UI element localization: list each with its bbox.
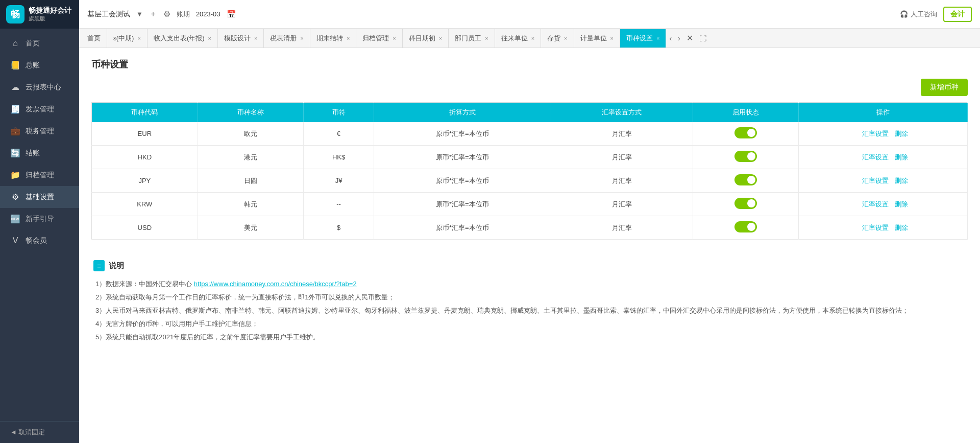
delete-link-4[interactable]: 删除 xyxy=(895,224,908,231)
col-header-calc: 折算方式 xyxy=(374,103,551,123)
cell-toggle-1 xyxy=(693,146,799,169)
tab-taxclear-close[interactable]: × xyxy=(300,35,303,41)
cell-actions-3: 汇率设置 删除 xyxy=(799,193,968,216)
sidebar-label-checkout: 结账 xyxy=(26,149,40,158)
tab-home[interactable]: 首页 xyxy=(81,29,107,48)
tab-template-close[interactable]: × xyxy=(254,35,257,41)
tab-inventory[interactable]: 存货 × xyxy=(541,29,574,48)
delete-link-0[interactable]: 删除 xyxy=(895,130,908,137)
enable-toggle-2[interactable] xyxy=(734,174,757,185)
note-link[interactable]: https://www.chinamoney.com.cn/chinese/bk… xyxy=(194,280,357,288)
tab-contacts-close[interactable]: × xyxy=(531,35,534,41)
rate-setting-link-1[interactable]: 汇率设置 xyxy=(862,153,889,161)
sidebar-item-invoice[interactable]: 🧾 发票管理 xyxy=(0,98,79,120)
tab-unit[interactable]: 计量单位 × xyxy=(574,29,620,48)
cell-symbol-2: J¥ xyxy=(304,169,374,193)
sidebar-item-archive[interactable]: 📁 归档管理 xyxy=(0,164,79,186)
sidebar-item-home[interactable]: ⌂ 首页 xyxy=(0,33,79,54)
tab-taxclear-label: 税表清册 xyxy=(270,34,297,43)
note-item: 4）无官方牌价的币种，可以用用户手工维护汇率信息； xyxy=(95,317,966,331)
enable-toggle-4[interactable] xyxy=(734,221,757,232)
cell-calc-3: 原币*汇率=本位币 xyxy=(374,193,551,216)
tab-period-close[interactable]: × xyxy=(347,35,350,41)
tab-taxclear[interactable]: 税表清册 × xyxy=(264,29,310,48)
tab-unit-close[interactable]: × xyxy=(610,35,614,41)
sidebar-item-member[interactable]: V 畅会员 xyxy=(0,230,79,251)
rate-setting-link-0[interactable]: 汇率设置 xyxy=(862,130,889,137)
tab-currency-close[interactable]: × xyxy=(656,35,659,41)
sidebar-item-reports[interactable]: ☁ 云报表中心 xyxy=(0,76,79,98)
period-label: 账期 xyxy=(177,10,190,19)
tab-subject[interactable]: 科目期初 × xyxy=(403,29,449,48)
top-header: 基层工会测试 ▼ ＋ ⚙ 账期 2023-03 📅 🎧 人工咨询 会计 xyxy=(79,0,980,29)
add-tab-button[interactable]: ＋ xyxy=(149,9,157,19)
rate-setting-link-4[interactable]: 汇率设置 xyxy=(862,224,889,231)
rate-setting-link-2[interactable]: 汇率设置 xyxy=(862,177,889,184)
note-title-row: ≡ 说明 xyxy=(93,260,966,271)
tab-department-close[interactable]: × xyxy=(485,35,488,41)
sidebar-item-guide[interactable]: 🆕 新手引导 xyxy=(0,208,79,230)
consult-button[interactable]: 🎧 人工咨询 xyxy=(900,10,937,19)
tab-inventory-label: 存货 xyxy=(547,34,560,43)
table-row: JPY 日圆 J¥ 原币*汇率=本位币 月汇率 汇率设置 删除 xyxy=(92,169,968,193)
tab-income[interactable]: 收入支出表(年报) × xyxy=(148,29,218,48)
reports-icon: ☁ xyxy=(10,82,20,92)
new-currency-button[interactable]: 新增币种 xyxy=(921,79,968,96)
tab-contacts[interactable]: 往来单位 × xyxy=(495,29,541,48)
cell-symbol-0: € xyxy=(304,122,374,146)
settings-cog-icon[interactable]: ⚙ xyxy=(163,9,170,19)
cell-symbol-4: $ xyxy=(304,216,374,240)
logo-title: 畅捷通好会计 xyxy=(29,6,71,15)
calendar-icon[interactable]: 📅 xyxy=(227,10,236,19)
account-button[interactable]: 会计 xyxy=(943,7,972,22)
cell-toggle-3 xyxy=(693,193,799,216)
delete-link-3[interactable]: 删除 xyxy=(895,200,908,208)
cell-actions-4: 汇率设置 删除 xyxy=(799,216,968,240)
tab-next-button[interactable]: › xyxy=(675,34,683,42)
table-row: HKD 港元 HK$ 原币*汇率=本位币 月汇率 汇率设置 删除 xyxy=(92,146,968,169)
sidebar-item-ledger[interactable]: 📒 总账 xyxy=(0,54,79,76)
sidebar-pin-toggle[interactable]: ◄ 取消固定 xyxy=(0,421,79,443)
rate-setting-link-3[interactable]: 汇率设置 xyxy=(862,200,889,208)
delete-link-2[interactable]: 删除 xyxy=(895,177,908,184)
sidebar-item-checkout[interactable]: 🔄 结账 xyxy=(0,142,79,164)
tab-subject-label: 科目期初 xyxy=(409,34,435,43)
tab-balance-close[interactable]: × xyxy=(137,35,140,41)
col-header-rate-type: 汇率设置方式 xyxy=(551,103,693,123)
note-list: 1）数据来源：中国外汇交易中心 https://www.chinamoney.c… xyxy=(93,277,966,344)
cell-code-0: EUR xyxy=(92,122,198,146)
tab-prev-button[interactable]: ‹ xyxy=(666,34,675,42)
tab-close-all-button[interactable]: ✕ xyxy=(683,33,696,43)
archive-icon: 📁 xyxy=(10,170,20,180)
company-dropdown-icon[interactable]: ▼ xyxy=(136,10,143,18)
sidebar-label-tax: 税务管理 xyxy=(26,127,54,136)
tab-archivemgr-close[interactable]: × xyxy=(393,35,396,41)
cell-code-2: JPY xyxy=(92,169,198,193)
tab-template[interactable]: 模版设计 × xyxy=(218,29,264,48)
tab-period[interactable]: 期末结转 × xyxy=(310,29,356,48)
sidebar-label-home: 首页 xyxy=(26,39,40,48)
tab-inventory-close[interactable]: × xyxy=(564,35,567,41)
tab-subject-close[interactable]: × xyxy=(439,35,442,41)
tab-department[interactable]: 部门员工 × xyxy=(449,29,495,48)
col-header-symbol: 币符 xyxy=(304,103,374,123)
tab-currency[interactable]: 币种设置 × xyxy=(620,29,666,48)
cell-name-3: 韩元 xyxy=(198,193,304,216)
table-row: EUR 欧元 € 原币*汇率=本位币 月汇率 汇率设置 删除 xyxy=(92,122,968,146)
tab-expand-button[interactable]: ⛶ xyxy=(696,34,709,42)
note-section: ≡ 说明 1）数据来源：中国外汇交易中心 https://www.chinamo… xyxy=(91,260,968,344)
sidebar-item-tax[interactable]: 💼 税务管理 xyxy=(0,120,79,142)
tab-balance[interactable]: ε(中期) × xyxy=(107,29,148,48)
invoice-icon: 🧾 xyxy=(10,104,20,114)
enable-toggle-0[interactable] xyxy=(734,127,757,138)
cell-actions-0: 汇率设置 删除 xyxy=(799,122,968,146)
tab-archivemgr[interactable]: 归档管理 × xyxy=(356,29,402,48)
sidebar-label-invoice: 发票管理 xyxy=(26,105,54,114)
delete-link-1[interactable]: 删除 xyxy=(895,153,908,161)
sidebar-item-settings[interactable]: ⚙ 基础设置 xyxy=(0,186,79,208)
enable-toggle-3[interactable] xyxy=(734,198,757,209)
tab-income-close[interactable]: × xyxy=(208,35,211,41)
note-title-text: 说明 xyxy=(109,261,124,271)
cell-calc-1: 原币*汇率=本位币 xyxy=(374,146,551,169)
enable-toggle-1[interactable] xyxy=(734,151,757,162)
